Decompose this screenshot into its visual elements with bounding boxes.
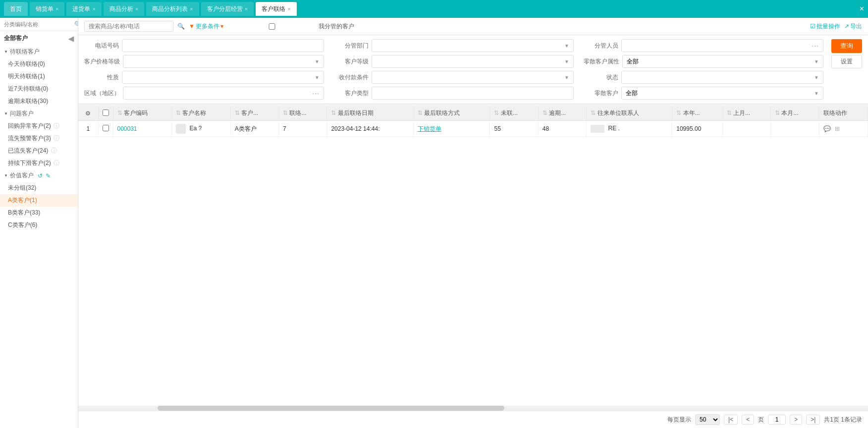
person-input[interactable]: ··· [621, 39, 823, 52]
th-last-month[interactable]: ⇅ 上月... [722, 106, 770, 121]
tab-product-analysis-list[interactable]: 商品分析列表 × [146, 2, 199, 16]
price-tier-arrow: ▼ [315, 59, 320, 64]
refresh-icon[interactable]: ↺ [38, 172, 43, 179]
th-uncontacted[interactable]: ⇅ 未联... [490, 106, 538, 121]
retail-attr-value: 全部 [627, 57, 639, 66]
sidebar-search-input[interactable] [4, 21, 72, 27]
sidebar-item-unclassified[interactable]: 未分组(32) [0, 182, 78, 194]
sidebar-item-repurchase-anomaly[interactable]: 回购异常客户(2) ⓘ [0, 120, 78, 132]
tab-sales-order[interactable]: 销货单 × [30, 2, 64, 16]
grid-icon[interactable]: ⊞ [835, 125, 840, 132]
th-this-month[interactable]: ⇅ 本月... [771, 106, 819, 121]
th-last-method[interactable]: ⇅ 最后联络方式 [413, 106, 490, 121]
tab-product-analysis[interactable]: 商品分析 × [104, 2, 144, 16]
today-label: 今天待联络(0) [8, 60, 45, 67]
tab-customer-contact[interactable]: 客户联络 × [256, 2, 296, 16]
next-page-button[interactable]: > [790, 415, 802, 425]
customer-tier-select[interactable]: ▼ [372, 55, 574, 68]
chat-icon[interactable]: 💬 [823, 125, 831, 132]
th-contact[interactable]: ⇅ 联络... [279, 106, 327, 121]
dept-arrow: ▼ [564, 43, 569, 49]
th-code-label: 客户编码 [124, 109, 148, 116]
my-customer-checkbox[interactable]: 我分管的客户 [227, 22, 354, 31]
phone-input[interactable] [122, 39, 324, 52]
sidebar-collapse-icon[interactable]: ◀ [68, 35, 74, 43]
sidebar-item-b-class[interactable]: B类客户(33) [0, 207, 78, 219]
nature-select[interactable]: ▼ [122, 71, 324, 84]
row-last-method[interactable]: 下销货单 [413, 121, 490, 137]
search-input[interactable] [84, 21, 173, 32]
price-tier-select[interactable]: ▼ [123, 55, 324, 68]
per-page-select[interactable]: 50 100 200 [695, 414, 720, 425]
select-all-checkbox[interactable] [103, 109, 109, 116]
setting-button[interactable]: 设置 [831, 55, 862, 68]
prev-page-button[interactable]: < [742, 415, 754, 425]
page-number-input[interactable] [768, 415, 786, 425]
tab-home[interactable]: 首页 [4, 2, 28, 16]
tab-purchase-order[interactable]: 进货单 × [66, 2, 101, 16]
sidebar-all-customers-header[interactable]: 全部客户 ◀ [0, 31, 78, 46]
batch-op-button[interactable]: ☑ 批量操作 [810, 22, 840, 31]
tab-customer-contact-close[interactable]: × [287, 6, 290, 12]
th-contact-label: 联络... [289, 109, 306, 116]
tab-product-list-close[interactable]: × [190, 6, 193, 12]
sidebar-item-churned[interactable]: 已流失客户(24) ⓘ [0, 145, 78, 157]
scrollbar-thumb[interactable] [158, 406, 504, 411]
th-overdue[interactable]: ⇅ 逾期... [538, 106, 586, 121]
sidebar-item-today[interactable]: 今天待联络(0) [0, 58, 78, 70]
th-person[interactable]: ⇅ 往来单位联系人 [587, 106, 672, 121]
sidebar-item-tomorrow[interactable]: 明天待联络(1) [0, 70, 78, 83]
problem-expand-icon[interactable]: ▼ [4, 111, 8, 116]
th-name[interactable]: ⇅ 客户名称 [172, 106, 231, 121]
last-page-button[interactable]: >| [806, 415, 820, 425]
sidebar-item-7days[interactable]: 近7天待联络(0) [0, 83, 78, 95]
th-this-year[interactable]: ⇅ 本年... [672, 106, 722, 121]
sidebar-item-overdue[interactable]: 逾期未联络(30) [0, 95, 78, 107]
tab-sales-close[interactable]: × [55, 6, 58, 12]
th-last-date[interactable]: ⇅ 最后联络日期 [327, 106, 413, 121]
row-code[interactable]: 000031 [113, 121, 172, 137]
horizontal-scrollbar[interactable] [78, 406, 868, 411]
th-gear[interactable]: ⚙ [78, 106, 98, 121]
sidebar-item-declining[interactable]: 持续下滑客户(2) ⓘ [0, 157, 78, 169]
tab-product-close[interactable]: × [135, 6, 138, 12]
tab-customer-tier-close[interactable]: × [245, 6, 248, 12]
dept-select[interactable]: ▼ [372, 39, 574, 52]
export-button[interactable]: ↗ 导出 [844, 22, 862, 31]
sidebar-search-icon[interactable]: 🔍 [74, 21, 78, 28]
region-input[interactable]: ··· [123, 87, 324, 100]
tab-purchase-close[interactable]: × [92, 6, 95, 12]
close-all-button[interactable]: × [860, 4, 864, 13]
filter-search-icon[interactable]: 🔍 [177, 23, 185, 30]
retail-attr-select[interactable]: 全部 ▼ [622, 55, 823, 68]
th-uncontacted-label: 未联... [501, 109, 518, 116]
sidebar-item-churn-warning[interactable]: 流失预警客户(3) ⓘ [0, 132, 78, 145]
th-type[interactable]: ⇅ 客户... [230, 106, 278, 121]
sidebar-item-a-class[interactable]: A类客户(1) [0, 194, 78, 207]
value-expand-icon[interactable]: ▼ [4, 173, 8, 178]
tab-customer-tier-label: 客户分层经营 [207, 5, 243, 13]
customer-type-input[interactable] [372, 87, 574, 100]
table-row: 1 000031 Ea ? A类客户 7 2023-04-12 14:44: 下… [78, 121, 868, 137]
last-method-link[interactable]: 下销货单 [418, 125, 441, 132]
edit-value-icon[interactable]: ✎ [46, 172, 51, 179]
per-page-label: 每页显示 [667, 416, 691, 424]
query-button[interactable]: 查询 [831, 39, 862, 53]
sort-icon-method: ⇅ [418, 109, 423, 116]
row-name[interactable]: Ea ? [172, 121, 231, 137]
tab-customer-tier[interactable]: 客户分层经营 × [201, 2, 254, 16]
payment-label: 收付款条件 [334, 73, 369, 82]
th-code[interactable]: ⇅ 客户编码 [113, 106, 172, 121]
th-this-year-label: 本年... [683, 109, 700, 116]
pending-expand-icon[interactable]: ▼ [4, 50, 8, 54]
retail-select[interactable]: 全部 ▼ [621, 87, 823, 100]
first-page-button[interactable]: |< [724, 415, 738, 425]
more-filter-button[interactable]: ▼ 更多条件 ▾ [189, 22, 223, 31]
sidebar-item-c-class[interactable]: C类客户(6) [0, 219, 78, 231]
status-select[interactable]: ▼ [621, 71, 823, 84]
payment-select[interactable]: ▼ [372, 71, 574, 84]
table-wrapper: ⚙ ⇅ 客户编码 ⇅ 客户名称 ⇅ 客户... ⇅ 联络... ⇅ 最后联络日期… [78, 106, 868, 406]
th-actions-label: 联络动作 [823, 109, 847, 116]
my-customer-check[interactable] [227, 23, 317, 30]
row-select-checkbox[interactable] [103, 125, 109, 131]
